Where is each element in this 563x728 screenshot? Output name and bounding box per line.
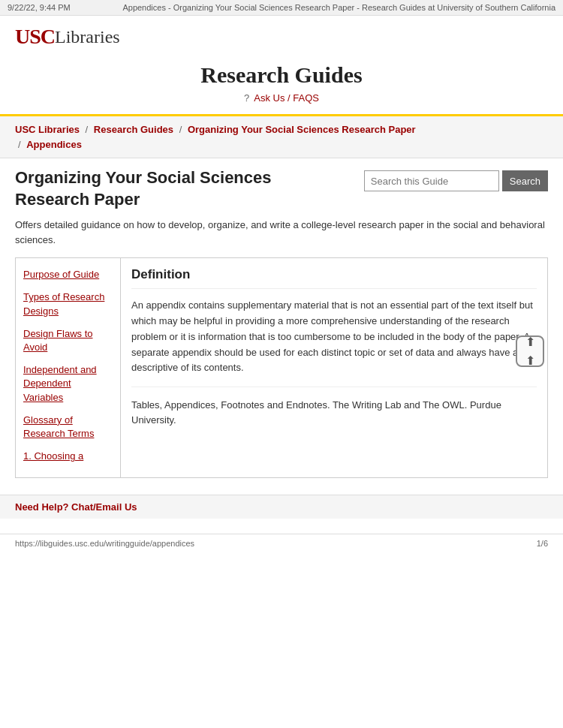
need-help-bar: Need Help? Chat/Email Us xyxy=(0,495,563,519)
breadcrumb: USC Libraries / Research Guides / Organi… xyxy=(0,116,563,158)
nav-group-types: Types of Research Designs xyxy=(16,288,120,320)
search-button[interactable]: Search xyxy=(502,170,548,191)
scroll-top-button[interactable]: ⬆⬆ xyxy=(516,335,544,367)
scroll-top-icon: ⬆⬆ xyxy=(525,332,535,371)
guide-title: Organizing Your Social Sciences Research… xyxy=(15,167,349,210)
usc-logo: USC Libraries xyxy=(15,25,548,49)
logo-usc: USC xyxy=(15,25,55,49)
page-footer: https://libguides.usc.edu/writingguide/a… xyxy=(0,534,563,552)
nav-group-purpose: Purpose of Guide xyxy=(16,266,120,284)
breadcrumb-usc-libraries[interactable]: USC Libraries xyxy=(15,124,80,135)
sidebar-item-design-flaws[interactable]: Design Flaws to Avoid xyxy=(16,325,120,356)
page-title-area: Research Guides ? Ask Us / FAQS xyxy=(0,55,563,110)
sidebar-nav: Purpose of Guide Types of Research Desig… xyxy=(16,258,121,477)
search-input[interactable] xyxy=(364,170,499,191)
sidebar-item-types[interactable]: Types of Research Designs xyxy=(16,288,120,320)
nav-group-glossary: Glossary of Research Terms xyxy=(16,411,120,443)
sidebar-item-choosing[interactable]: 1. Choosing a xyxy=(16,447,120,465)
search-box: Search xyxy=(364,170,548,191)
source-text: Tables, Appendices, Footnotes and Endnot… xyxy=(131,398,537,427)
browser-tab-title: Appendices - Organizing Your Social Scie… xyxy=(122,3,555,12)
page-title: Research Guides xyxy=(15,62,548,88)
sidebar-item-glossary[interactable]: Glossary of Research Terms xyxy=(16,411,120,443)
sidebar-item-variables[interactable]: Independent and Dependent Variables xyxy=(16,361,120,407)
logo-libraries: Libraries xyxy=(55,27,120,47)
breadcrumb-organizing[interactable]: Organizing Your Social Sciences Research… xyxy=(188,124,416,135)
breadcrumb-appendices[interactable]: Appendices xyxy=(26,139,82,150)
footer-page-number: 1/6 xyxy=(537,539,548,548)
nav-group-variables: Independent and Dependent Variables xyxy=(16,361,120,407)
definition-heading: Definition xyxy=(131,267,537,289)
sidebar-item-purpose[interactable]: Purpose of Guide xyxy=(16,266,120,284)
guide-title-block: Organizing Your Social Sciences Research… xyxy=(15,167,349,210)
ask-faqs-link[interactable]: Ask Us / FAQS xyxy=(254,92,319,104)
footer-url: https://libguides.usc.edu/writingguide/a… xyxy=(15,539,194,548)
site-header: USC Libraries xyxy=(0,16,563,49)
ask-faqs-row: ? Ask Us / FAQS xyxy=(15,92,548,104)
guide-header: Organizing Your Social Sciences Research… xyxy=(15,167,548,210)
question-mark: ? xyxy=(244,92,249,104)
guide-description: Offers detailed guidance on how to devel… xyxy=(15,218,548,247)
definition-text-block: An appendix contains supplementary mater… xyxy=(131,298,537,387)
nav-group-choosing: 1. Choosing a xyxy=(16,447,120,465)
definition-body: An appendix contains supplementary mater… xyxy=(131,298,537,376)
breadcrumb-research-guides[interactable]: Research Guides xyxy=(94,124,173,135)
browser-bar: 9/22/22, 9:44 PM Appendices - Organizing… xyxy=(0,0,563,16)
nav-group-design-flaws: Design Flaws to Avoid xyxy=(16,325,120,356)
browser-timestamp: 9/22/22, 9:44 PM xyxy=(8,3,71,12)
need-help-link[interactable]: Need Help? Chat/Email Us xyxy=(15,501,137,513)
two-column-layout: Purpose of Guide Types of Research Desig… xyxy=(15,257,548,478)
definition-area: Definition An appendix contains suppleme… xyxy=(121,258,547,477)
main-content: Organizing Your Social Sciences Research… xyxy=(0,158,563,487)
